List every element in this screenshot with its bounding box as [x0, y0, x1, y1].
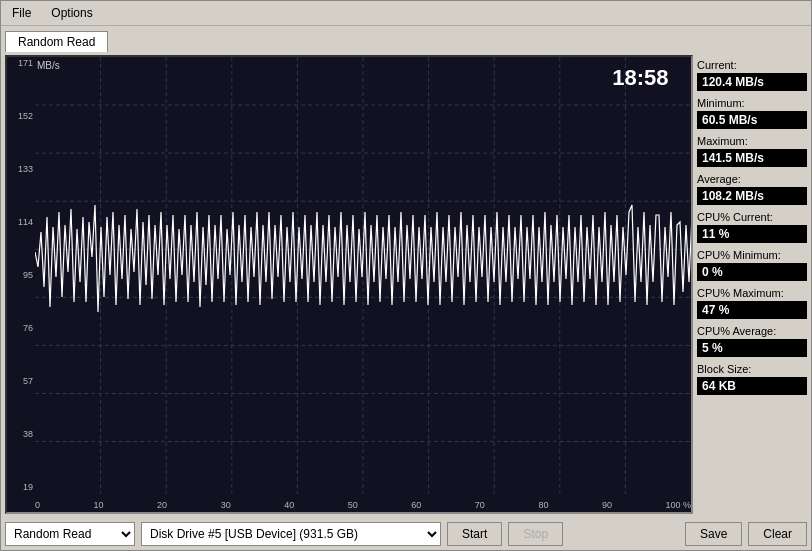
block-size-value: 64 KB — [697, 377, 807, 395]
mode-dropdown[interactable]: Random Read Sequential Read Random Write… — [5, 522, 135, 546]
y-label-5: 114 — [7, 218, 35, 227]
chart-svg: MB/s 18:58 — [35, 57, 691, 494]
cpu-maximum-value: 47 % — [697, 301, 807, 319]
y-label-7: 152 — [7, 112, 35, 121]
cpu-average-value: 5 % — [697, 339, 807, 357]
y-label-3: 76 — [7, 324, 35, 333]
x-label-4: 40 — [284, 500, 294, 510]
cpu-current-label: CPU% Current: — [697, 211, 807, 223]
start-button[interactable]: Start — [447, 522, 502, 546]
minimum-value: 60.5 MB/s — [697, 111, 807, 129]
maximum-label: Maximum: — [697, 135, 807, 147]
x-label-2: 20 — [157, 500, 167, 510]
y-label-4: 95 — [7, 271, 35, 280]
average-value: 108.2 MB/s — [697, 187, 807, 205]
y-label-6: 133 — [7, 165, 35, 174]
current-value: 120.4 MB/s — [697, 73, 807, 91]
sidebar: Current: 120.4 MB/s Minimum: 60.5 MB/s M… — [697, 55, 807, 514]
save-button[interactable]: Save — [685, 522, 742, 546]
average-label: Average: — [697, 173, 807, 185]
bottom-bar: Random Read Sequential Read Random Write… — [1, 518, 811, 550]
menu-options[interactable]: Options — [45, 4, 98, 22]
x-label-7: 70 — [475, 500, 485, 510]
main-content: 19 38 57 76 95 114 133 152 171 — [1, 51, 811, 518]
menu-bar: File Options — [1, 1, 811, 26]
x-label-5: 50 — [348, 500, 358, 510]
main-window: File Options Random Read 19 38 57 76 95 … — [0, 0, 812, 551]
x-label-100: 100 % — [665, 500, 691, 510]
maximum-value: 141.5 MB/s — [697, 149, 807, 167]
minimum-label: Minimum: — [697, 97, 807, 109]
tab-bar: Random Read — [1, 26, 811, 51]
cpu-minimum-value: 0 % — [697, 263, 807, 281]
menu-file[interactable]: File — [6, 4, 37, 22]
x-label-0: 0 — [35, 500, 40, 510]
block-size-label: Block Size: — [697, 363, 807, 375]
y-label-0: 19 — [7, 483, 35, 492]
x-label-6: 60 — [411, 500, 421, 510]
y-axis: 19 38 57 76 95 114 133 152 171 — [7, 57, 35, 494]
chart-container: 19 38 57 76 95 114 133 152 171 — [7, 57, 691, 512]
y-label-1: 38 — [7, 430, 35, 439]
x-label-8: 80 — [538, 500, 548, 510]
x-label-9: 90 — [602, 500, 612, 510]
chart-panel: 19 38 57 76 95 114 133 152 171 — [5, 55, 693, 514]
x-label-3: 30 — [221, 500, 231, 510]
current-label: Current: — [697, 59, 807, 71]
svg-text:MB/s: MB/s — [37, 60, 60, 71]
x-label-1: 10 — [94, 500, 104, 510]
cpu-minimum-label: CPU% Minimum: — [697, 249, 807, 261]
tab-random-read[interactable]: Random Read — [5, 31, 108, 52]
clear-button[interactable]: Clear — [748, 522, 807, 546]
x-axis: 0 10 20 30 40 50 60 70 80 90 100 % — [35, 500, 691, 510]
cpu-average-label: CPU% Average: — [697, 325, 807, 337]
cpu-maximum-label: CPU% Maximum: — [697, 287, 807, 299]
y-label-8: 171 — [7, 59, 35, 68]
cpu-current-value: 11 % — [697, 225, 807, 243]
y-label-2: 57 — [7, 377, 35, 386]
stop-button[interactable]: Stop — [508, 522, 563, 546]
svg-text:18:58: 18:58 — [612, 65, 668, 90]
drive-dropdown[interactable]: Disk Drive #5 [USB Device] (931.5 GB) — [141, 522, 441, 546]
